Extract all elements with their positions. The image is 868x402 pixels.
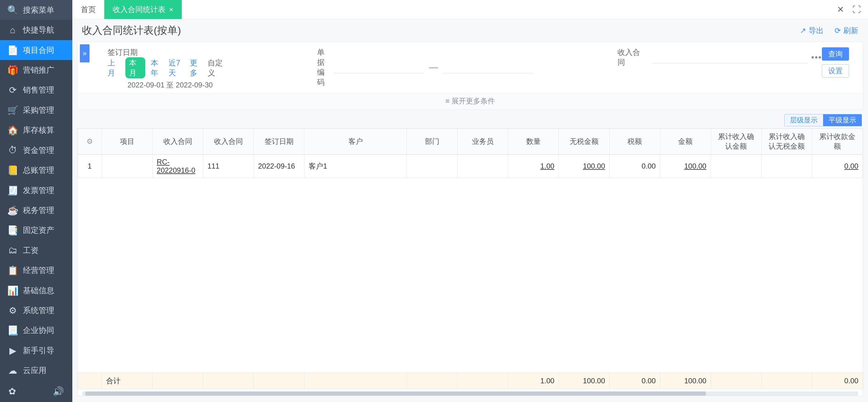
total-tax: 0.00 — [610, 373, 660, 389]
total-row: 合计 1.00 100.00 0.00 100.00 0.00 — [78, 373, 863, 389]
ledger-icon: 📒 — [7, 165, 18, 175]
collapse-handle[interactable]: » — [80, 44, 90, 62]
col-amount: 金额 — [660, 129, 711, 154]
more-dots-icon[interactable]: ••• — [811, 53, 822, 62]
row-index: 1 — [78, 155, 102, 178]
data-table: ⚙ 项目 收入合同 收入合同 签订日期 客户 部门 业务员 数量 无税金额 税额… — [77, 128, 863, 396]
main: 首页 收入合同统计表 × ✕ ⛶ 收入合同统计表(按单) ↗ 导出 ⟳ 刷新 »… — [72, 0, 868, 402]
nav-invoice[interactable]: 🧾发票管理 — [0, 180, 72, 200]
date-label: 签订日期 — [107, 48, 138, 56]
nav-funds[interactable]: ⏱资金管理 — [0, 140, 72, 160]
play-icon: ▶ — [7, 345, 18, 356]
list-icon: 📋 — [7, 265, 18, 276]
column-settings-icon[interactable]: ⚙ — [87, 137, 93, 145]
date-this-year[interactable]: 本年 — [151, 58, 163, 78]
income-contract-input[interactable] — [652, 51, 808, 63]
date-this-month[interactable]: 本月 — [125, 57, 145, 78]
filter-settings-button[interactable]: 设置 — [822, 64, 849, 78]
tab-income-contract-stats[interactable]: 收入合同统计表 × — [104, 0, 182, 19]
cart-icon: 🛒 — [7, 105, 18, 115]
settings-icon[interactable]: ✿ — [8, 386, 16, 397]
nav-search[interactable]: 🔍搜索菜单 — [0, 0, 72, 20]
total-cum-recv: 0.00 — [812, 373, 863, 389]
cell-project — [102, 155, 153, 178]
display-mode-toggle: 层级显示 平级显示 — [784, 114, 862, 126]
search-icon: 🔍 — [7, 5, 18, 16]
display-flat[interactable]: 平级显示 — [823, 114, 862, 126]
close-icon[interactable]: × — [169, 5, 173, 14]
tabs-close-all-icon[interactable]: ✕ — [837, 4, 844, 15]
nav-ledger[interactable]: 📒总账管理 — [0, 160, 72, 180]
cell-dept — [407, 155, 458, 178]
total-amount: 100.00 — [660, 373, 711, 389]
date-range: 2022-09-01 至 2022-09-30 — [127, 80, 227, 90]
col-customer: 客户 — [304, 129, 407, 154]
billcode-from-input[interactable] — [334, 61, 424, 73]
date-prev-month[interactable]: 上月 — [107, 58, 120, 78]
col-cum-income: 累计收入确认金额 — [711, 129, 761, 154]
qty-link[interactable]: 1.00 — [540, 162, 555, 170]
date-custom[interactable]: 自定义 — [208, 58, 226, 78]
nav-guide[interactable]: ▶新手引导 — [0, 341, 72, 361]
nav-salary[interactable]: 🗂工资 — [0, 240, 72, 260]
total-qty: 1.00 — [508, 373, 559, 389]
income-contract-label: 收入合同 — [618, 47, 644, 67]
nav-quick[interactable]: ⌂快捷导航 — [0, 20, 72, 40]
tabs: 首页 收入合同统计表 × ✕ ⛶ — [72, 0, 868, 19]
fullscreen-icon[interactable]: ⛶ — [852, 4, 861, 15]
scroll-thumb[interactable] — [85, 392, 706, 396]
cycle-icon: ⟳ — [7, 85, 18, 95]
amount-link[interactable]: 100.00 — [684, 162, 706, 170]
billcode-to-input[interactable] — [443, 61, 533, 73]
total-notax: 100.00 — [559, 373, 610, 389]
nav-system[interactable]: ⚙系统管理 — [0, 300, 72, 320]
total-label: 合计 — [102, 373, 153, 389]
cloud-icon: ☁ — [7, 365, 18, 376]
cell-contract-2: 111 — [203, 155, 254, 178]
gear-icon: ⚙ — [7, 305, 18, 316]
nav-cloud[interactable]: ☁云应用 — [0, 361, 72, 381]
nav-basic-info[interactable]: 📊基础信息 — [0, 281, 72, 300]
cell-date: 2022-09-16 — [254, 155, 304, 178]
search-button[interactable]: 查询 — [822, 47, 849, 61]
nav-fixed-asset[interactable]: 📑固定资产 — [0, 221, 72, 240]
tab-home[interactable]: 首页 — [72, 0, 104, 19]
col-tax: 税额 — [610, 129, 660, 154]
contract-link[interactable]: RC-20220916-0 — [157, 158, 195, 174]
nav-business[interactable]: 📋经营管理 — [0, 260, 72, 280]
folder-icon: 🗂 — [7, 245, 18, 255]
col-cum-income-notax: 累计收入确认无税金额 — [761, 129, 812, 154]
expand-more-conditions[interactable]: ≡ 展开更多条件 — [78, 93, 863, 110]
export-button[interactable]: ↗ 导出 — [800, 26, 824, 36]
nav-tax[interactable]: ☕税务管理 — [0, 200, 72, 220]
sidebar: 🔍搜索菜单 ⌂快捷导航 📄项目合同 🎁营销推广 ⟳销售管理 🛒采购管理 🏠库存核… — [0, 0, 72, 402]
filter-panel: » 签订日期 上月 本月 本年 近7天 更多 自定义 2022-09-01 至 — [77, 41, 863, 110]
notax-link[interactable]: 100.00 — [583, 162, 605, 170]
view-toolbar: 层级显示 平级显示 — [72, 114, 868, 128]
billcode-label: 单据编码 — [317, 47, 325, 87]
nav-collab[interactable]: 📃企业协同 — [0, 321, 72, 341]
date-7days[interactable]: 近7天 — [168, 58, 184, 78]
col-dept: 部门 — [407, 129, 458, 154]
h-scrollbar[interactable] — [82, 392, 858, 396]
col-income-contract: 收入合同 — [153, 129, 203, 154]
page-icon: 📃 — [7, 325, 18, 336]
cum-recv-link[interactable]: 0.00 — [844, 162, 858, 170]
nav-sales[interactable]: ⟳销售管理 — [0, 80, 72, 100]
nav-marketing[interactable]: 🎁营销推广 — [0, 60, 72, 80]
col-cum-recv: 累计收款金额 — [812, 129, 863, 154]
nav-inventory[interactable]: 🏠库存核算 — [0, 120, 72, 140]
cell-qty: 1.00 — [508, 155, 559, 178]
nav-purchase[interactable]: 🛒采购管理 — [0, 100, 72, 120]
sound-icon[interactable]: 🔊 — [53, 386, 64, 397]
col-income-contract-2: 收入合同 — [203, 129, 254, 154]
col-notax: 无税金额 — [559, 129, 610, 154]
nav-project-contract[interactable]: 📄项目合同 — [0, 40, 72, 60]
date-more[interactable]: 更多 — [190, 58, 202, 78]
table-row[interactable]: 1 RC-20220916-0 111 2022-09-16 客户1 1.00 … — [78, 155, 863, 178]
display-hierarchy[interactable]: 层级显示 — [784, 114, 823, 126]
refresh-button[interactable]: ⟳ 刷新 — [835, 26, 858, 36]
col-sales: 业务员 — [458, 129, 508, 154]
range-dash: — — [429, 62, 438, 73]
cell-sales — [458, 155, 508, 178]
